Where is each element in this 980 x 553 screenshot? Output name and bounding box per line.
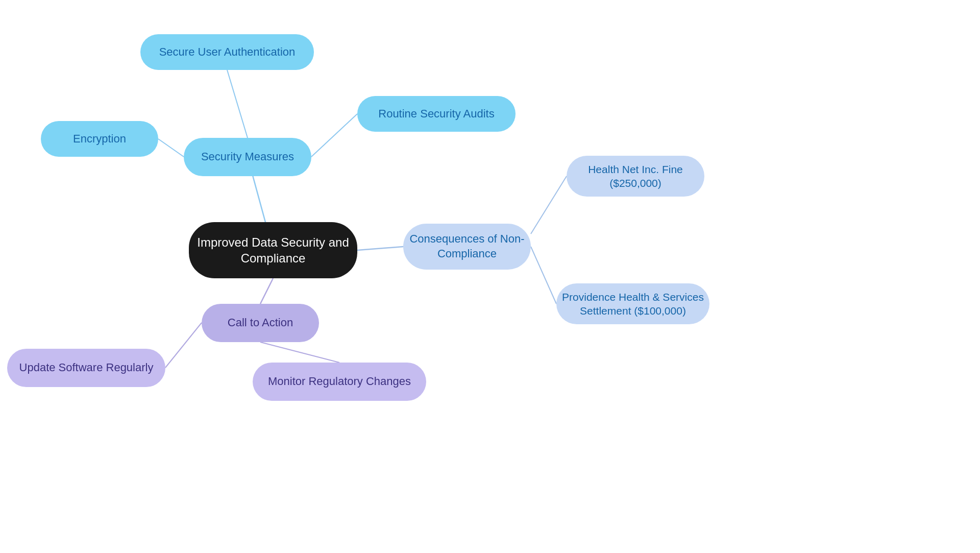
providence-node[interactable]: Providence Health & Services Settlement … bbox=[556, 283, 709, 324]
security-measures-node[interactable]: Security Measures bbox=[184, 138, 311, 176]
update-label: Update Software Regularly bbox=[14, 360, 159, 375]
healthnet-node[interactable]: Health Net Inc. Fine ($250,000) bbox=[567, 156, 704, 197]
cta-node[interactable]: Call to Action bbox=[202, 304, 319, 342]
svg-line-8 bbox=[165, 323, 202, 368]
monitor-label: Monitor Regulatory Changes bbox=[263, 374, 416, 389]
central-node[interactable]: Improved Data Security and Compliance bbox=[189, 222, 357, 278]
providence-label: Providence Health & Services Settlement … bbox=[556, 290, 709, 318]
svg-line-4 bbox=[357, 247, 403, 250]
svg-line-5 bbox=[531, 176, 567, 234]
auth-node[interactable]: Secure User Authentication bbox=[140, 34, 314, 70]
svg-line-1 bbox=[227, 70, 248, 138]
svg-line-7 bbox=[260, 278, 273, 304]
healthnet-label: Health Net Inc. Fine ($250,000) bbox=[567, 162, 704, 190]
update-node[interactable]: Update Software Regularly bbox=[7, 349, 165, 387]
encryption-label: Encryption bbox=[68, 132, 131, 147]
svg-line-9 bbox=[260, 342, 339, 363]
connection-lines bbox=[0, 0, 980, 553]
consequences-label: Consequences of Non-Compliance bbox=[403, 232, 531, 261]
svg-line-3 bbox=[311, 114, 357, 157]
consequences-node[interactable]: Consequences of Non-Compliance bbox=[403, 224, 531, 270]
audits-node[interactable]: Routine Security Audits bbox=[357, 96, 516, 132]
monitor-node[interactable]: Monitor Regulatory Changes bbox=[253, 363, 426, 401]
encryption-node[interactable]: Encryption bbox=[41, 121, 158, 157]
svg-line-6 bbox=[531, 247, 556, 304]
svg-line-2 bbox=[158, 139, 184, 157]
security-measures-label: Security Measures bbox=[196, 150, 299, 164]
auth-label: Secure User Authentication bbox=[154, 45, 301, 60]
central-node-label: Improved Data Security and Compliance bbox=[189, 234, 357, 266]
cta-label: Call to Action bbox=[223, 316, 298, 330]
audits-label: Routine Security Audits bbox=[373, 107, 499, 122]
